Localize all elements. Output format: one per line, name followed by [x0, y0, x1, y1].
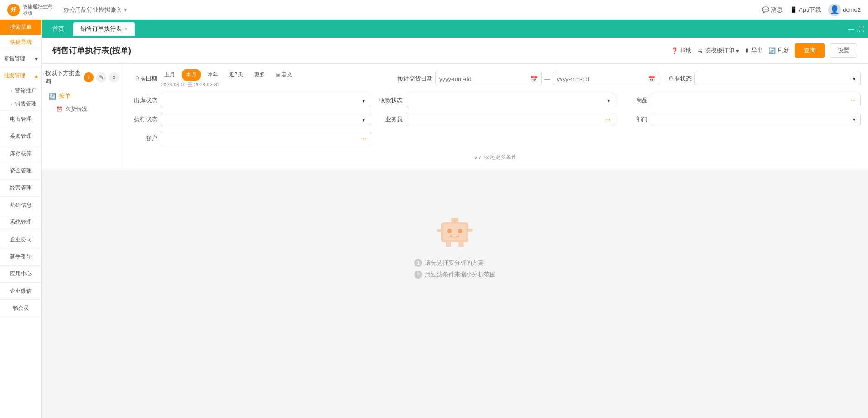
field-customer: 客户 ···: [130, 132, 371, 145]
date-separator: —: [544, 76, 550, 82]
settings-button[interactable]: 设置: [830, 43, 857, 58]
field-payment-status: 收款状态 ▾: [376, 94, 616, 107]
tip-num-2: 2: [414, 271, 422, 279]
empty-state: 1 请先选择要分析的方案 2 用过滤条件来缩小分析范围: [42, 170, 868, 315]
sidebar-sub-marketing[interactable]: · 营销推广: [0, 84, 41, 97]
last7days-btn[interactable]: 近7天: [225, 69, 247, 81]
add-scheme-button[interactable]: +: [84, 72, 94, 82]
export-button[interactable]: ⬇ 导出: [745, 47, 763, 55]
customer-ellipsis-icon[interactable]: ···: [361, 135, 367, 142]
sidebar-item-wechat[interactable]: 企业微信: [0, 283, 41, 300]
report-tab[interactable]: 销售订单执行表 ×: [73, 22, 135, 36]
sidebar-item-ecommerce[interactable]: 电商管理: [0, 111, 41, 128]
sidebar-retail-header[interactable]: 零售管理 ▾: [0, 50, 41, 67]
sidebar-item-inventory[interactable]: 库存核算: [0, 145, 41, 162]
more-dates-btn[interactable]: 更多: [250, 69, 269, 81]
sidebar-item-operation[interactable]: 经营管理: [0, 180, 41, 197]
sidebar-item-system[interactable]: 系统管理: [0, 214, 41, 231]
department-arrow-icon: ▾: [853, 116, 856, 123]
message-icon: 💬: [762, 6, 769, 13]
exec-status-label: 执行状态: [130, 115, 157, 124]
this-month-btn[interactable]: 本月: [182, 69, 201, 81]
sidebar-item-cooperation[interactable]: 企业协同: [0, 231, 41, 248]
custom-date-btn[interactable]: 自定义: [272, 69, 296, 81]
department-select[interactable]: ▾: [651, 113, 861, 126]
chevron-up-icon: ▴: [35, 73, 38, 79]
goods-label: 商品: [621, 96, 648, 104]
svg-rect-8: [446, 242, 451, 247]
refresh-button[interactable]: 🔄 刷新: [769, 47, 789, 55]
search-menu-button[interactable]: 搜索菜单: [0, 20, 41, 35]
collapse-icon: «: [113, 74, 116, 81]
page-actions: ❓ 帮助 🖨 按模板打印 ▾ ⬇ 导出 🔄 刷新: [671, 43, 857, 58]
payment-select[interactable]: ▾: [406, 94, 616, 107]
add-icon: +: [87, 74, 90, 81]
app-download-button[interactable]: 📱 App下载: [790, 6, 821, 14]
expected-date-start[interactable]: 📅: [435, 72, 542, 86]
this-year-btn[interactable]: 本年: [203, 69, 222, 81]
empty-tips: 1 请先选择要分析的方案 2 用过滤条件来缩小分析范围: [414, 259, 495, 279]
tab-close-icon[interactable]: ×: [124, 26, 127, 32]
quick-dates: 上月 本月 本年 近7天 更多 自定义: [160, 69, 296, 81]
sidebar-item-wholesale[interactable]: 批发管理 ▴ · 营销推广 · 销售管理: [0, 67, 41, 111]
department-label: 部门: [621, 115, 648, 124]
sidebar-item-member[interactable]: 畅会员: [0, 300, 41, 317]
collapse-arrow-icon: ∧∧: [474, 154, 482, 161]
collapse-more-button[interactable]: ∧∧ 收起更多条件: [474, 153, 517, 161]
sidebar-item-basic[interactable]: 基础信息: [0, 197, 41, 214]
quick-nav-button[interactable]: 快捷导航: [0, 35, 41, 50]
breadcrumb-arrow-icon[interactable]: ▾: [124, 6, 127, 13]
expected-start-input[interactable]: [439, 76, 528, 82]
filter-scheme-header: 按以下方案查询 + ✎ «: [45, 69, 119, 86]
goods-input[interactable]: ···: [651, 94, 861, 107]
maximize-button[interactable]: ⛶: [858, 25, 864, 33]
goods-ellipsis-icon[interactable]: ···: [850, 97, 856, 104]
bullet-icon2: ·: [11, 101, 12, 107]
scheme-icon: 🔄: [49, 93, 56, 100]
sidebar-wholesale-header[interactable]: 批发管理 ▴: [0, 67, 41, 84]
message-button[interactable]: 💬 消息: [762, 6, 783, 14]
sidebar: 搜索菜单 快捷导航 零售管理 ▾ 批发管理 ▴ · 营销推广 · 销售管理: [0, 20, 42, 418]
outstock-select[interactable]: ▾: [160, 94, 370, 107]
field-department: 部门 ▾: [621, 113, 861, 126]
print-button[interactable]: 🖨 按模板打印 ▾: [697, 47, 739, 55]
filter-scheme-actions: + ✎ «: [84, 72, 119, 82]
user-menu[interactable]: 👤 demo2: [828, 4, 861, 16]
export-icon: ⬇: [745, 48, 750, 54]
svg-rect-7: [467, 229, 473, 232]
home-tab[interactable]: 首页: [45, 22, 71, 36]
edit-scheme-button[interactable]: ✎: [96, 72, 106, 82]
scheme-sub-shortage[interactable]: ⏰ 欠货情况: [45, 103, 119, 116]
sidebar-item-appcenter[interactable]: 应用中心: [0, 266, 41, 283]
sidebar-item-finance[interactable]: 资金管理: [0, 162, 41, 180]
sidebar-sub-sales[interactable]: · 销售管理: [0, 97, 41, 110]
exec-status-select[interactable]: ▾: [160, 113, 370, 126]
salesperson-input[interactable]: ···: [406, 113, 616, 126]
sidebar-item-newguide[interactable]: 新手引导: [0, 248, 41, 266]
minimize-button[interactable]: —: [848, 25, 854, 33]
field-expected-delivery: 预计交货日期 📅 — 📅: [397, 72, 659, 86]
doc-status-select[interactable]: ▾: [694, 72, 861, 86]
outstock-label: 出库状态: [130, 96, 157, 104]
empty-tip-2: 2 用过滤条件来缩小分析范围: [414, 271, 495, 279]
scheme-item-byorder[interactable]: 🔄 按单: [45, 89, 119, 103]
empty-tip-1: 1 请先选择要分析的方案: [414, 259, 495, 267]
salesperson-ellipsis-icon[interactable]: ···: [605, 116, 611, 123]
select-arrow-icon: ▾: [853, 76, 856, 82]
salesperson-label: 业务员: [376, 115, 403, 124]
field-doc-status: 单据状态 ▾: [665, 72, 861, 86]
expected-date-end[interactable]: 📅: [553, 72, 659, 86]
collapse-scheme-button[interactable]: «: [109, 72, 119, 82]
query-button[interactable]: 查询: [795, 43, 825, 58]
svg-rect-1: [443, 224, 466, 240]
filter-scheme-label: 按以下方案查询: [45, 69, 84, 86]
tip-num-1: 1: [414, 259, 422, 267]
last-month-btn[interactable]: 上月: [160, 69, 179, 81]
sidebar-item-retail[interactable]: 零售管理 ▾: [0, 50, 41, 67]
svg-point-3: [458, 229, 462, 233]
sidebar-item-purchase[interactable]: 采购管理: [0, 128, 41, 145]
help-button[interactable]: ❓ 帮助: [671, 47, 692, 55]
avatar: 👤: [828, 4, 841, 16]
expected-end-input[interactable]: [557, 76, 646, 82]
customer-input[interactable]: ···: [160, 132, 371, 145]
